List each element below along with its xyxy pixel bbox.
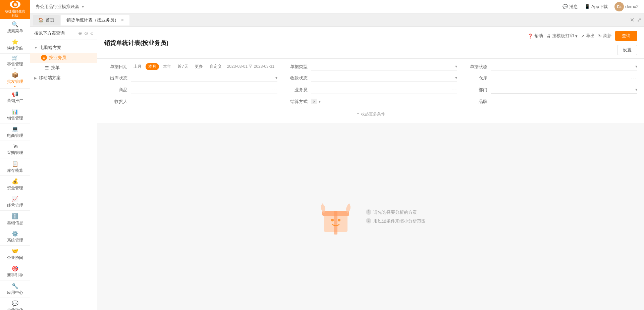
tree-section: ▼ 电脑端方案 ● 按业务员 ☰ 按单 ▶ 移动端方案 — [30, 40, 97, 86]
settings-scheme-btn[interactable]: ⊙ — [84, 31, 88, 36]
sidebar-item-guide[interactable]: 🎯 新手引导 — [0, 263, 30, 280]
date-tabs: 上月 本月 本年 近7天 更多 自定义 — [131, 63, 224, 70]
out-status-dropdown-icon: ▾ — [275, 75, 277, 80]
template-print-btn[interactable]: 🖨 按模板打印 ▾ — [546, 33, 578, 39]
tab-home-label: 首页 — [46, 17, 54, 23]
svg-point-6 — [338, 219, 340, 221]
sidebar-item-basic-label: 基础信息 — [7, 220, 23, 226]
sidebar-item-purchase[interactable]: 🛍 采购管理 — [0, 141, 30, 158]
marketing-icon: 📢 — [12, 91, 18, 97]
template-print-label: 按模板打印 — [552, 33, 574, 39]
step2-num: 2 — [366, 218, 371, 223]
warehouse-select[interactable]: ··· — [491, 74, 637, 82]
sidebar-item-wxwork-label: 企业微信 — [7, 307, 23, 310]
wxwork-icon: 💬 — [12, 300, 18, 307]
filter-row-4: 收货人 ··· 结算方式 × ▾ 品牌 ··· — [104, 97, 637, 106]
page-title: 销货单统计表(按业务员) — [104, 39, 168, 47]
tab-maximize-btn[interactable]: ⤢ — [637, 17, 641, 23]
tree-item-by-order[interactable]: ☰ 按单 — [30, 63, 97, 73]
print-dropdown-icon: ▾ — [575, 34, 578, 39]
help-label: 帮助 — [534, 33, 543, 39]
date-tab-custom[interactable]: 自定义 — [207, 63, 224, 70]
type-dropdown-icon: ▾ — [455, 64, 457, 69]
collapse-btn[interactable]: ⌃ 收起更多条件 — [104, 109, 637, 119]
dot-icon: ● — [41, 55, 47, 61]
app-download-btn[interactable]: 📱 App下载 — [585, 4, 608, 10]
refresh-btn[interactable]: ↻ 刷新 — [598, 33, 612, 39]
nav-icon: ⭐ — [12, 39, 18, 45]
tab-home[interactable]: 🏠 首页 — [33, 15, 60, 25]
tree-mobile-section[interactable]: ▶ 移动端方案 — [30, 73, 97, 83]
tree-item-by-order-label: 按单 — [51, 65, 60, 71]
filter-row-1: 单据日期 上月 本月 本年 近7天 更多 自定义 2023-03-01 至 20… — [104, 63, 637, 70]
svg-text:畅: 畅 — [13, 3, 16, 6]
sidebar-item-search[interactable]: 🔍 搜索菜单 — [0, 19, 30, 36]
sidebar-item-inventory[interactable]: 📋 库存核算 — [0, 158, 30, 176]
sidebar-item-marketing[interactable]: 📢 营销推广 — [0, 89, 30, 106]
sidebar-item-retail[interactable]: 🛒 零售管理 ▼ — [0, 54, 30, 71]
sidebar-item-retail-label: 零售管理 — [7, 61, 23, 67]
goods-select[interactable]: ··· — [131, 86, 277, 94]
tab-close-btn[interactable]: ✕ — [121, 18, 124, 22]
refresh-label: 刷新 — [603, 33, 612, 39]
app-download-label: App下载 — [591, 4, 608, 10]
ecommerce-icon: 💻 — [12, 126, 18, 132]
sidebar-item-nav[interactable]: ⭐ 快捷导航 — [0, 36, 30, 54]
date-tab-thisyear[interactable]: 本年 — [160, 63, 174, 70]
setting-btn[interactable]: 设置 — [617, 45, 637, 55]
out-status-select[interactable]: ▾ — [131, 74, 277, 82]
receiver-input[interactable]: ··· — [131, 98, 277, 106]
empty-texts: 1 请先选择要分析的方案 2 用过滤条件来缩小分析范围 — [366, 209, 426, 224]
help-btn[interactable]: ❓ 帮助 — [528, 33, 543, 39]
sidebar-item-ecommerce-label: 电商管理 — [7, 133, 23, 139]
tree-pc-label: 电脑端方案 — [40, 45, 61, 51]
sidebar-item-basic[interactable]: ℹ️ 基础信息 — [0, 211, 30, 228]
dept-select[interactable]: ▾ — [491, 86, 637, 94]
message-icon: 💬 — [562, 4, 568, 9]
salesperson-dots-icon: ··· — [451, 87, 458, 92]
status-select[interactable]: ▾ — [491, 63, 637, 70]
collect-status-label: 收款状态 — [284, 75, 311, 81]
left-panel-header: 按以下方案查询 ⊕ ⊙ « — [30, 27, 97, 40]
tree-pc-section[interactable]: ▼ 电脑端方案 — [30, 43, 97, 53]
empty-step2-text: 用过滤条件来缩小分析范围 — [373, 218, 426, 224]
brand-select[interactable]: ··· — [491, 98, 637, 106]
refresh-icon: ↻ — [598, 34, 602, 39]
settle-select[interactable]: × ▾ — [311, 97, 458, 106]
date-tab-more[interactable]: 更多 — [192, 63, 206, 70]
type-select[interactable]: ▾ — [311, 63, 458, 70]
message-btn[interactable]: 💬 消息 — [562, 4, 578, 10]
sidebar-item-wxwork[interactable]: 💬 企业微信 — [0, 298, 30, 310]
date-tab-7days[interactable]: 近7天 — [175, 63, 191, 70]
export-btn[interactable]: ↗ 导出 — [581, 33, 595, 39]
salesperson-select[interactable]: ··· — [311, 86, 458, 94]
message-label: 消息 — [569, 4, 578, 10]
tree-item-by-salesperson[interactable]: ● 按业务员 — [30, 53, 97, 63]
tab-minimize-btn[interactable]: ✕ — [630, 17, 634, 23]
sidebar-item-collab[interactable]: 🤝 企业协同 — [0, 246, 30, 263]
collapse-panel-btn[interactable]: « — [90, 31, 93, 36]
tab-sales-stat[interactable]: 销货单统计表（按业务员） ✕ — [61, 15, 129, 25]
sidebar-item-system[interactable]: ⚙️ 系统管理 — [0, 228, 30, 246]
sidebar-item-sales[interactable]: 📊 销售管理 — [0, 106, 30, 123]
step1-num: 1 — [366, 209, 371, 215]
sidebar-item-finance[interactable]: 💰 资金管理 — [0, 176, 30, 193]
sidebar-item-appcenter[interactable]: 🔧 应用中心 — [0, 280, 30, 298]
collect-status-select[interactable]: ▾ — [311, 74, 458, 82]
breadcrumb-dropdown-icon[interactable]: ▾ — [82, 4, 84, 9]
expand-icon: ▼ — [34, 46, 38, 50]
goods-dots-icon: ··· — [271, 87, 277, 92]
date-tab-thismonth[interactable]: 本月 — [146, 63, 159, 70]
user-menu[interactable]: Ea demo2 — [614, 2, 639, 11]
query-btn[interactable]: 查询 — [615, 31, 637, 41]
sidebar-item-operations[interactable]: 📈 经营管理 — [0, 193, 30, 211]
sidebar-item-wholesale[interactable]: 📦 批发管理 ▲ — [0, 71, 30, 89]
dept-label: 部门 — [464, 87, 491, 93]
wholesale-icon: 📦 — [12, 72, 18, 78]
add-scheme-btn[interactable]: ⊕ — [78, 31, 82, 36]
filter-row-3: 商品 ··· 业务员 ··· 部门 ▾ — [104, 86, 637, 94]
logo-icon: 畅 — [10, 1, 20, 8]
date-tab-lastmonth[interactable]: 上月 — [131, 63, 144, 70]
sidebar-item-marketing-label: 营销推广 — [7, 98, 23, 104]
sidebar-item-ecommerce[interactable]: 💻 电商管理 — [0, 123, 30, 141]
